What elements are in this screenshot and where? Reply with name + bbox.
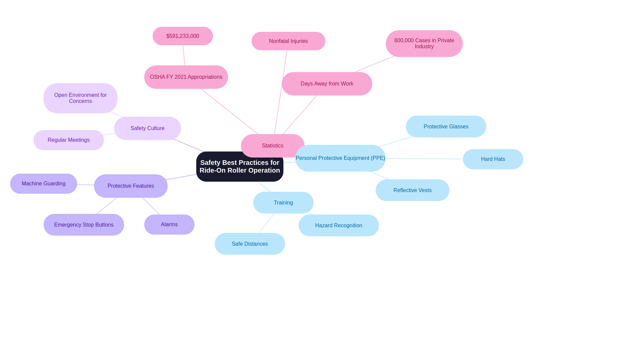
ppe-node: Personal Protective Equipment (PPE) (295, 145, 386, 172)
protective-glasses-label: Protective Glasses (424, 124, 468, 130)
regular-meetings-node: Regular Meetings (34, 130, 104, 150)
reflective-vests-label: Reflective Vests (393, 187, 432, 193)
protective-glasses-node: Protective Glasses (406, 116, 486, 137)
statistics-node: Statistics (241, 134, 305, 158)
protective-features-node: Protective Features (94, 174, 168, 198)
reflective-vests-node: Reflective Vests (376, 179, 449, 201)
safety-culture-label: Safety Culture (130, 125, 164, 131)
hazard-recognition-node: Hazard Recognition (299, 215, 379, 236)
machine-guarding-label: Machine Guarding (22, 181, 66, 187)
svg-line-3 (273, 41, 288, 146)
safety-culture-node: Safety Culture (114, 117, 181, 140)
safe-distances-label: Safe Distances (232, 241, 268, 247)
machine-guarding-node: Machine Guarding (10, 174, 77, 194)
protective-features-label: Protective Features (108, 183, 154, 189)
days-away-label: Days Away from Work (301, 81, 354, 87)
ppe-label: Personal Protective Equipment (PPE) (296, 155, 385, 161)
emergency-stop-node: Emergency Stop Buttons (44, 214, 124, 236)
open-env-node: Open Environment for Concerns (44, 83, 117, 113)
alarms-node: Alarms (144, 215, 195, 235)
osha-label: OSHA FY 2021 Appropriations (150, 74, 222, 80)
open-env-label: Open Environment for Concerns (44, 92, 117, 104)
alarms-label: Alarms (161, 222, 178, 228)
591-node: $591,233,000 (153, 27, 213, 45)
591-label: $591,233,000 (166, 33, 199, 39)
center-label: Safety Best Practices for Ride-On Roller… (196, 159, 283, 174)
statistics-label: Statistics (262, 143, 283, 149)
training-label: Training (274, 200, 293, 206)
osha-node: OSHA FY 2021 Appropriations (144, 65, 228, 89)
emergency-stop-label: Emergency Stop Buttons (54, 222, 114, 228)
nonfatal-label: Nonfatal Injuries (269, 38, 308, 44)
training-node: Training (253, 192, 314, 214)
hard-hats-node: Hard Hats (463, 149, 523, 169)
days-away-node: Days Away from Work (282, 72, 372, 96)
hazard-recognition-label: Hazard Recognition (315, 223, 363, 229)
800k-node: 800,000 Cases in Private Industry (386, 30, 463, 57)
800k-label: 800,000 Cases in Private Industry (386, 38, 463, 50)
safe-distances-node: Safe Distances (215, 233, 285, 255)
hard-hats-label: Hard Hats (481, 156, 505, 162)
nonfatal-node: Nonfatal Injuries (252, 32, 325, 50)
regular-meetings-label: Regular Meetings (48, 137, 90, 143)
